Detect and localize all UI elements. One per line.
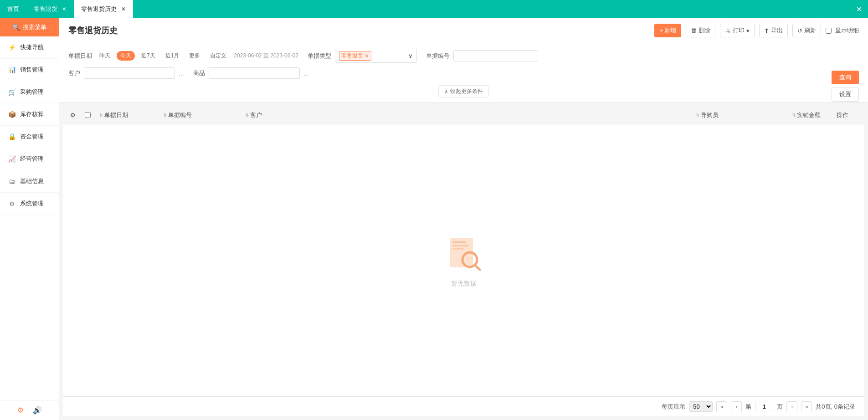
empty-icon [443,233,484,274]
product-filter-input[interactable] [209,67,300,79]
export-icon: ⬆ [764,27,769,34]
th-amount[interactable]: ⇅ 实销金额 [760,111,824,119]
table-container: ⚙ ⇅ 单据日期 ⇅ 单据编号 ⇅ 客户 ⇅ [63,106,864,416]
date-btn-7days[interactable]: 近7天 [138,51,159,61]
type-tag: 零售退货 ✕ [339,51,371,61]
select-all-checkbox[interactable] [85,112,91,118]
purchase-icon: 🛒 [7,87,16,97]
refresh-icon: ↺ [797,27,802,34]
svg-rect-1 [452,241,466,243]
system-icon: ⚙ [7,199,16,208]
display-checkbox[interactable] [826,28,832,34]
type-filter-label: 单据类型 [308,52,331,60]
customer-dots[interactable]: ... [179,70,184,77]
delete-button[interactable]: 🗑 删除 [686,24,715,37]
per-page-select[interactable]: 50 10 20 100 [689,401,713,412]
total-info: 共0页, 0条记录 [816,403,855,411]
audio-icon[interactable]: 🔊 [33,406,42,415]
refresh-button[interactable]: ↺ 刷新 [792,24,821,37]
top-bar: 首页 零售退货 ✕ 零售退货历史 ✕ ✕ [0,0,868,18]
num-filter-input[interactable] [453,50,538,61]
date-btn-yesterday[interactable]: 昨天 [96,51,114,61]
page-suffix: 页 [777,403,783,411]
tab-retail-return-history[interactable]: 零售退货历史 ✕ [74,0,133,18]
product-dots[interactable]: ... [303,70,309,77]
sidebar-item-quick-nav[interactable]: ⚡ 快捷导航 [0,36,59,59]
display-switch[interactable]: 显示明细 [826,26,859,35]
query-button[interactable]: 查询 [832,71,859,84]
main-layout: 🔍 搜索菜单 ⚡ 快捷导航 📊 销售管理 🛒 采购管理 📦 库存核算 🔒 [0,18,868,420]
sidebar-item-inventory[interactable]: 📦 库存核算 [0,103,59,126]
customer-filter-input[interactable] [84,67,175,79]
settings-icon[interactable]: ⚙ [17,406,24,415]
sidebar-item-operations[interactable]: 📈 经营管理 [0,148,59,170]
date-btn-1month[interactable]: 近1月 [162,51,183,61]
th-num[interactable]: ⇅ 单据编号 [159,111,241,119]
page-label: 第 [745,403,751,411]
sidebar-search[interactable]: 🔍 搜索菜单 [0,18,59,36]
collapse-icon: ∧ [444,88,448,95]
basic-info-icon: 🗂 [7,177,16,186]
filter-row-2: 客户 ... 商品 ... [68,67,859,79]
sidebar-item-purchase[interactable]: 🛒 采购管理 [0,81,59,103]
th-customer[interactable]: ⇅ 客户 [241,111,692,119]
svg-rect-2 [452,245,468,246]
date-btn-more[interactable]: 更多 [185,51,204,61]
num-filter-group: 单据编号 [426,50,538,61]
sort-amount-icon: ⇅ [792,113,796,118]
customer-filter-group: 客户 ... [68,67,184,79]
gear-icon: ⚙ [70,112,76,118]
export-button[interactable]: ⬆ 导出 [759,24,788,37]
next-page-button[interactable]: › [786,401,797,412]
collapse-filter-button[interactable]: ∧ 收起更多条件 [438,85,489,97]
type-filter-group: 单据类型 零售退货 ✕ ∨ [308,49,417,63]
add-button[interactable]: + 新增 [654,24,681,37]
pagination: 每页显示 50 10 20 100 « ‹ 第 页 › » 共0页, 0条记录 [63,396,864,416]
page-number-input[interactable] [755,402,773,411]
window-close-button[interactable]: ✕ [850,0,868,18]
inventory-icon: 📦 [7,110,16,119]
date-btn-today[interactable]: 今天 [117,51,135,61]
sidebar-item-finance[interactable]: 🔒 资金管理 [0,126,59,148]
sidebar-footer: ⚙ 🔊 [0,400,59,420]
tab-retail-return[interactable]: 零售退货 ✕ [26,0,74,18]
print-button[interactable]: 🖨 打印 ▾ [720,24,755,37]
th-action: 操作 [824,111,861,119]
quick-nav-icon: ⚡ [7,43,16,52]
last-page-button[interactable]: » [801,401,812,412]
type-tag-remove[interactable]: ✕ [365,53,369,59]
sidebar-item-system[interactable]: ⚙ 系统管理 [0,193,59,215]
settings-button[interactable]: 设置 [832,87,859,102]
per-page-label: 每页显示 [662,403,685,411]
empty-text: 暂无数据 [451,280,477,288]
filter-row-1: 单据日期 昨天 今天 近7天 近1月 更多 自定义 2023-06-02 至 2… [68,49,859,63]
th-checkbox[interactable] [81,112,96,118]
num-filter-label: 单据编号 [426,52,450,60]
date-filter-group: 单据日期 昨天 今天 近7天 近1月 更多 自定义 2023-06-02 至 2… [68,51,298,61]
tab-close-history[interactable]: ✕ [121,6,126,12]
svg-line-5 [475,265,480,270]
svg-rect-3 [452,248,464,250]
first-page-button[interactable]: « [716,401,727,412]
date-range-display: 2023-06-02 至 2023-06-02 [234,52,298,60]
customer-filter-label: 客户 [68,69,80,77]
tab-close-retail-return[interactable]: ✕ [62,6,67,12]
prev-page-button[interactable]: ‹ [731,401,742,412]
type-select[interactable]: 零售退货 ✕ ∨ [335,49,417,63]
th-guide[interactable]: ⇅ 导购员 [692,111,760,119]
toolbar: + 新增 🗑 删除 🖨 打印 ▾ ⬆ 导出 ↺ 刷新 显示明细 [654,24,859,37]
sidebar-item-sales[interactable]: 📊 销售管理 [0,59,59,81]
sidebar-item-basic-info[interactable]: 🗂 基础信息 [0,170,59,193]
date-btn-custom[interactable]: 自定义 [206,51,230,61]
sidebar-menu: ⚡ 快捷导航 📊 销售管理 🛒 采购管理 📦 库存核算 🔒 资金管理 📈 [0,36,59,400]
product-filter-label: 商品 [193,69,205,77]
sidebar: 🔍 搜索菜单 ⚡ 快捷导航 📊 销售管理 🛒 采购管理 📦 库存核算 🔒 [0,18,59,420]
table-header: ⚙ ⇅ 单据日期 ⇅ 单据编号 ⇅ 客户 ⇅ [63,106,864,124]
date-filter-buttons: 昨天 今天 近7天 近1月 更多 自定义 [96,51,230,61]
sort-num-icon: ⇅ [163,113,167,118]
content-area: 零售退货历史 + 新增 🗑 删除 🖨 打印 ▾ ⬆ 导出 ↺ 刷新 [59,18,868,420]
th-settings[interactable]: ⚙ [67,112,81,118]
filter-area: 单据日期 昨天 今天 近7天 近1月 更多 自定义 2023-06-02 至 2… [59,43,868,102]
tab-home[interactable]: 首页 [0,0,26,18]
th-date[interactable]: ⇅ 单据日期 [96,111,159,119]
